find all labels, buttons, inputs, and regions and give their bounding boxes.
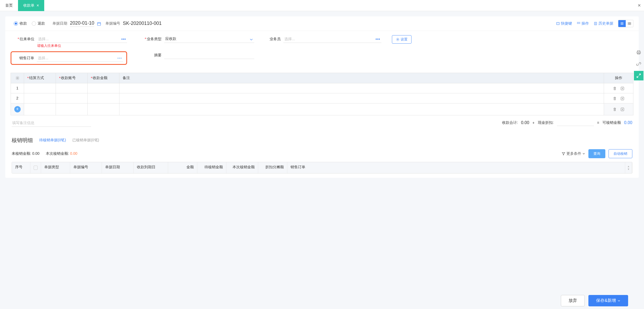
available-label: 可核销金额 <box>602 120 621 125</box>
col-paydate: 收款到期日 <box>134 162 168 173</box>
date-input[interactable]: 2020-01-10 <box>70 20 94 27</box>
scroll-column[interactable]: ▲▼ <box>625 162 632 173</box>
svg-rect-21 <box>628 22 629 24</box>
view-list-button[interactable] <box>618 20 626 27</box>
settings-button[interactable]: 设置 <box>392 35 412 44</box>
receipt-type-radio-group: 收款 退款 <box>11 20 48 28</box>
tab-done[interactable]: 已核销单据(0笔) <box>72 138 99 143</box>
svg-point-12 <box>578 23 579 24</box>
header-row: 收款 退款 单据日期 2020-01-10 单据编号 SK-20200110-0… <box>5 16 639 31</box>
col-settlement: *结算方式 <box>24 73 56 83</box>
doc-no-value: SK-20200110-001 <box>123 21 162 27</box>
writeoff-table: 序号 单据类型 单据编号 单据日期 收款到期日 金额 待核销金额 本次核销金额 … <box>12 162 632 174</box>
query-button[interactable]: 查询 <box>588 149 605 158</box>
more-conditions-link[interactable]: 更多条件 <box>562 151 585 156</box>
svg-point-13 <box>579 23 580 24</box>
more-icon[interactable]: ••• <box>117 56 122 60</box>
cell-account[interactable] <box>56 93 88 103</box>
cell-settlement[interactable] <box>24 83 56 93</box>
svg-rect-23 <box>628 24 629 25</box>
cash-discount-input[interactable] <box>557 120 594 126</box>
salesman-input[interactable] <box>283 35 381 43</box>
sales-order-label: 销售订单 <box>15 56 34 61</box>
more-icon[interactable]: ••• <box>375 37 380 41</box>
add-button[interactable]: + <box>14 106 21 112</box>
radio-icon <box>32 21 36 26</box>
tab-receipt[interactable]: 收款单 × <box>18 0 44 11</box>
cell-account[interactable] <box>56 83 88 93</box>
payment-grid: *结算方式 *收款账号 *收款金额 备注 操作 1 2 <box>11 73 633 115</box>
biz-type-label: *业务类型 <box>138 37 162 42</box>
close-icon[interactable]: × <box>37 3 39 8</box>
remark-input[interactable] <box>12 119 91 127</box>
gear-icon[interactable] <box>11 73 24 83</box>
totals-row: 收款合计: 0.00 + 现金折扣: = 可核销金额 0.00 <box>5 115 639 130</box>
svg-point-9 <box>578 22 579 23</box>
close-all-icon[interactable]: × <box>638 2 641 8</box>
auto-writeoff-button[interactable]: 自动核销 <box>609 149 632 158</box>
col-remark: 备注 <box>119 73 604 83</box>
cell-remark[interactable] <box>119 83 604 93</box>
shortcut-link[interactable]: 快捷键 <box>556 21 572 26</box>
radio-receipt[interactable]: 收款 <box>14 21 27 26</box>
svg-rect-4 <box>557 22 560 25</box>
col-pending: 待核销金额 <box>197 162 226 173</box>
salesman-label: 业务员 <box>265 37 281 42</box>
history-link[interactable]: 历史单据 <box>594 21 613 26</box>
print-icon[interactable] <box>634 48 643 57</box>
svg-rect-24 <box>630 24 631 25</box>
operate-link[interactable]: 操作 <box>577 21 589 26</box>
svg-point-8 <box>577 22 578 23</box>
date-label: 单据日期 <box>52 21 67 26</box>
svg-point-25 <box>397 39 398 40</box>
radio-refund[interactable]: 退款 <box>32 21 45 26</box>
col-amount: 金额 <box>168 162 197 173</box>
cell-amount[interactable] <box>88 93 119 103</box>
doc-no-label: 单据编号 <box>105 21 120 26</box>
delete-icon[interactable] <box>613 107 617 111</box>
col-amount: *收款金额 <box>88 73 119 83</box>
tab-home[interactable]: 首页 <box>0 0 18 11</box>
col-date: 单据日期 <box>102 162 134 173</box>
svg-rect-0 <box>97 22 101 25</box>
cash-discount-label: 现金折扣: <box>538 120 554 125</box>
col-disc: 折扣分摊额 <box>258 162 287 173</box>
view-card-button[interactable] <box>626 20 633 27</box>
cell-amount[interactable] <box>88 83 119 93</box>
delete-icon[interactable] <box>613 96 617 101</box>
available-value: 0.00 <box>624 120 632 125</box>
more-icon[interactable]: ••• <box>121 37 126 41</box>
col-order: 销售订单 <box>287 162 625 173</box>
cell-remark[interactable] <box>119 93 604 103</box>
summary-input[interactable] <box>164 51 254 59</box>
tab-pending[interactable]: 待核销单据(0笔) <box>39 138 66 143</box>
summary-label: 摘要 <box>138 53 162 58</box>
row-num: 2 <box>11 93 24 103</box>
col-checkbox[interactable] <box>30 162 41 173</box>
partner-input[interactable] <box>37 35 127 43</box>
biz-type-select[interactable] <box>164 35 254 43</box>
partner-label: *往来单位 <box>11 37 34 42</box>
add-row-icon[interactable] <box>620 86 624 90</box>
col-ops: 操作 <box>604 73 633 83</box>
table-row: 1 <box>11 83 633 93</box>
table-footer-row: + <box>11 103 633 115</box>
sales-order-input[interactable] <box>37 54 123 62</box>
chevron-down-icon[interactable] <box>249 37 253 41</box>
side-rail <box>633 48 644 80</box>
add-row-icon[interactable] <box>620 96 624 101</box>
receipt-total-label: 收款合计: <box>502 120 518 125</box>
radio-icon <box>14 21 18 26</box>
link-icon[interactable] <box>634 59 643 69</box>
delete-icon[interactable] <box>613 86 617 90</box>
cell-settlement[interactable] <box>24 93 56 103</box>
receipt-total-value: 0.00 <box>521 120 529 125</box>
svg-point-10 <box>579 22 580 23</box>
expand-icon[interactable] <box>634 71 643 80</box>
calendar-icon[interactable] <box>97 21 101 26</box>
sales-order-highlight: 销售订单 ••• <box>11 51 127 65</box>
svg-rect-36 <box>638 51 640 52</box>
add-row-icon[interactable] <box>620 107 624 111</box>
partner-error: 请输入往来单位 <box>37 43 127 48</box>
col-this: 本次核销金额 <box>226 162 258 173</box>
